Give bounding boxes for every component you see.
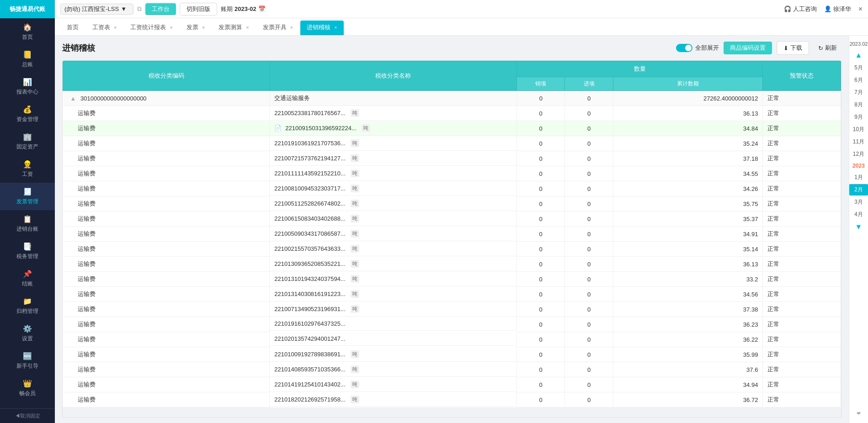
tab-close-icon[interactable]: × xyxy=(202,25,205,30)
status-cell: 正常 xyxy=(763,317,841,332)
month-12[interactable]: 12月 xyxy=(849,148,868,160)
tab-home[interactable]: 首页 xyxy=(60,21,85,35)
sidebar-item-invoice[interactable]: 🧾 发票管理 xyxy=(0,183,55,210)
cumulative-cell: 37.18 xyxy=(613,151,763,166)
sidebar-item-label: 畅会员 xyxy=(19,390,36,397)
table-row[interactable]: 运输费 📄22100915031396592224... 吨 0 0 34.84… xyxy=(63,121,841,136)
tax-code-cell: 运输费 xyxy=(63,136,270,151)
table-row[interactable]: 运输费 22101419125410143402... 吨 0 0 34.94 … xyxy=(63,377,841,392)
table-row[interactable]: 运输费 22100523381780176567... 吨 0 0 36.13 … xyxy=(63,106,841,121)
sidebar-item-inout[interactable]: 📋 进销台账 xyxy=(0,210,55,238)
unit-tag: 吨 xyxy=(351,154,359,162)
table-row[interactable]: 运输费 22101310194324037594... 吨 0 0 33.2 正… xyxy=(63,272,841,287)
tax-code-cell: 运输费 xyxy=(63,181,270,196)
company-selector[interactable]: (勿动) 江西报宝-LSS ▼ xyxy=(60,4,133,15)
sidebar-item-label: 结账 xyxy=(22,280,33,288)
expand-icon[interactable]: ▲ xyxy=(70,95,76,102)
table-row[interactable]: 运输费 22100509034317086587... 吨 0 0 34.91 … xyxy=(63,227,841,242)
tax-code-cell: 运输费 xyxy=(63,227,270,242)
table-row[interactable]: 运输费 22100215570357643633... 吨 0 0 35.14 … xyxy=(63,242,841,257)
sales-cell: 0 xyxy=(517,362,565,377)
tab-close-icon[interactable]: × xyxy=(290,25,293,30)
home-icon: 🏠 xyxy=(23,23,32,32)
table-row[interactable]: 运输费 22100713490523196931... 吨 0 0 37.38 … xyxy=(63,302,841,317)
copy-icon[interactable]: ⧉ xyxy=(137,5,142,13)
sidebar-unpin[interactable]: ◀取消固定 xyxy=(0,408,55,423)
tab-invoice[interactable]: 发票 × xyxy=(180,21,211,35)
table-row[interactable]: 运输费 22102013574294001247... 0 0 36.22 正常 xyxy=(63,332,841,347)
month-11[interactable]: 11月 xyxy=(849,136,868,148)
scroll-down-icon[interactable]: ▼ xyxy=(853,221,864,233)
table-row[interactable]: 运输费 22101009192789838691... 吨 0 0 35.99 … xyxy=(63,347,841,362)
workspace-button[interactable]: 工作台 xyxy=(145,3,176,15)
tab-close-icon[interactable]: × xyxy=(170,25,172,30)
sidebar-item-assets[interactable]: 🏢 固定资产 xyxy=(0,128,55,155)
panel-toggle-icon[interactable]: ❤ xyxy=(857,408,861,419)
table-row[interactable]: 运输费 22101111143592152210... 吨 0 0 34.55 … xyxy=(63,166,841,181)
cumulative-cell: 34.26 xyxy=(613,181,763,196)
sidebar-item-home[interactable]: 🏠 首页 xyxy=(0,18,55,46)
settings-button[interactable]: 商品编码设置 xyxy=(724,42,772,54)
tab-purchase-sales[interactable]: 进销稽核 × xyxy=(300,21,343,35)
month-10[interactable]: 10月 xyxy=(849,124,868,135)
status-cell: 正常 xyxy=(763,121,841,136)
tab-payroll[interactable]: 工资表 × xyxy=(86,21,123,35)
month-6[interactable]: 6月 xyxy=(849,74,868,86)
sidebar-item-vip[interactable]: 👑 畅会员 xyxy=(0,375,55,402)
tab-invoice-issue[interactable]: 发票开具 × xyxy=(256,21,299,35)
refresh-button[interactable]: ↻ 刷新 xyxy=(814,42,841,54)
tab-payroll-stats[interactable]: 工资统计报表 × xyxy=(124,21,179,35)
sidebar-item-salary[interactable]: 👷 工资 xyxy=(0,155,55,183)
scroll-up-icon[interactable]: ▲ xyxy=(853,49,864,61)
tab-close-icon[interactable]: × xyxy=(114,25,117,30)
table-row[interactable]: 运输费 22101408593571035366... 吨 0 0 37.6 正… xyxy=(63,362,841,377)
tax-name-cell: 22101111143592152210... 吨 xyxy=(270,166,517,181)
table-row[interactable]: 运输费 22100615083403402688... 吨 0 0 35.37 … xyxy=(63,212,841,227)
table-row[interactable]: 运输费 22101820212692571958... 吨 0 0 36.72 … xyxy=(63,392,841,407)
download-button[interactable]: ⬇ 下载 xyxy=(777,41,809,55)
tab-close-icon[interactable]: × xyxy=(246,25,249,30)
switch-version-button[interactable]: 切到旧版 xyxy=(180,3,217,16)
table-row[interactable]: 运输费 22100511252826674802... 吨 0 0 35.75 … xyxy=(63,196,841,212)
tab-invoice-calc[interactable]: 发票测算 × xyxy=(212,21,255,35)
expand-toggle[interactable]: 全部展开 xyxy=(676,44,719,52)
purchase-cell: 0 xyxy=(565,136,613,151)
month-3[interactable]: 3月 xyxy=(849,196,868,208)
vip-icon: 👑 xyxy=(23,379,32,388)
tab-label: 工资统计报表 xyxy=(130,23,166,32)
tax-name-cell: 22101009192789838691... 吨 xyxy=(270,347,517,362)
sidebar-item-settings[interactable]: ⚙️ 设置 xyxy=(0,320,55,347)
sidebar-item-reports[interactable]: 📊 报表中心 xyxy=(0,73,55,100)
sidebar-item-ledger[interactable]: 📒 总账 xyxy=(0,46,55,73)
tab-label: 工资表 xyxy=(92,23,110,32)
sidebar-item-tax[interactable]: 📑 税务管理 xyxy=(0,238,55,265)
table-row[interactable]: 运输费 22101309365208535221... 吨 0 0 36.13 … xyxy=(63,257,841,272)
table-row[interactable]: ▲ 30100000000000000000 交通运输服务 0 0 27262.… xyxy=(63,91,841,106)
support-link[interactable]: 🎧 人工咨询 xyxy=(784,5,817,13)
table-row[interactable]: 运输费 22101910361921707536... 吨 0 0 35.24 … xyxy=(63,136,841,151)
toggle-track[interactable] xyxy=(676,44,692,52)
headset-icon: 🎧 xyxy=(784,5,791,12)
sales-cell: 0 xyxy=(517,302,565,317)
month-9[interactable]: 9月 xyxy=(849,111,868,123)
sidebar-item-archive[interactable]: 📁 归档管理 xyxy=(0,292,55,320)
table-row[interactable]: 运输费 22101314030816191223... 吨 0 0 34.56 … xyxy=(63,287,841,302)
table-row[interactable]: 运输费 22101916102976437325... 0 0 36.23 正常 xyxy=(63,317,841,332)
sidebar-item-guide[interactable]: 🆕 新手引导 xyxy=(0,347,55,375)
month-7[interactable]: 7月 xyxy=(849,87,868,98)
table-row[interactable]: 运输费 22100810094532303717... 吨 0 0 34.26 … xyxy=(63,181,841,196)
topbar-close-button[interactable]: × xyxy=(858,5,863,13)
cumulative-cell: 34.55 xyxy=(613,166,763,181)
sidebar-item-label: 设置 xyxy=(22,335,33,343)
month-5[interactable]: 5月 xyxy=(849,62,868,74)
user-avatar[interactable]: 👤 徐泽华 xyxy=(824,5,851,13)
sidebar-item-finance[interactable]: 💰 资金管理 xyxy=(0,100,55,128)
sidebar-item-close[interactable]: 📌 结账 xyxy=(0,265,55,292)
month-8[interactable]: 8月 xyxy=(849,99,868,111)
month-2-active[interactable]: 2月 xyxy=(849,184,868,196)
month-4[interactable]: 4月 xyxy=(849,209,868,220)
table-row[interactable]: 运输费 22100721573762194127... 吨 0 0 37.18 … xyxy=(63,151,841,166)
calendar-icon[interactable]: 📅 xyxy=(258,5,266,12)
month-1[interactable]: 1月 xyxy=(849,172,868,183)
tab-close-icon[interactable]: × xyxy=(334,25,337,30)
